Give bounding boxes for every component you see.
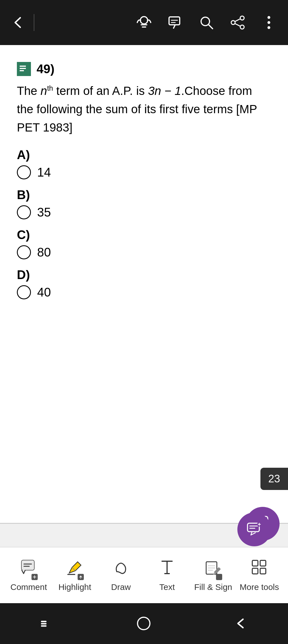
top-bar-right xyxy=(136,15,277,30)
highlight-tool-icon xyxy=(66,559,83,580)
option-b-radio[interactable] xyxy=(17,205,31,219)
svg-point-55 xyxy=(138,617,150,630)
tool-text[interactable]: Text xyxy=(144,559,190,592)
top-bar-left xyxy=(11,14,34,31)
more-button[interactable] xyxy=(261,15,277,30)
nav-menu-button[interactable] xyxy=(40,616,56,631)
svg-point-9 xyxy=(240,16,244,20)
question-icon xyxy=(17,62,31,76)
comment-badge xyxy=(32,574,38,580)
fab-chat-button[interactable] xyxy=(237,512,271,546)
svg-line-13 xyxy=(235,24,240,26)
svg-rect-3 xyxy=(169,17,180,25)
question-header: 49) xyxy=(17,62,271,76)
option-a-label: A) xyxy=(17,148,271,162)
svg-rect-20 xyxy=(20,70,24,71)
option-a-radio[interactable] xyxy=(17,165,31,179)
option-c-radio[interactable] xyxy=(17,245,31,259)
nav-home-button[interactable] xyxy=(136,616,152,631)
draw-tool-icon xyxy=(112,559,129,580)
fill-sign-tool-icon xyxy=(205,559,222,580)
draw-tool-label: Draw xyxy=(111,582,131,592)
option-c-row: 80 xyxy=(17,245,271,259)
svg-rect-18 xyxy=(20,66,26,67)
search-button[interactable] xyxy=(199,15,214,30)
option-c-value: 80 xyxy=(37,245,51,259)
nth-notation: nth xyxy=(40,84,53,97)
svg-rect-49 xyxy=(260,560,266,566)
formula: 3n − 1 xyxy=(148,84,181,97)
reading-mode-button[interactable] xyxy=(136,15,152,30)
option-d-radio[interactable] xyxy=(17,285,31,299)
option-d-row: 40 xyxy=(17,285,271,299)
svg-point-11 xyxy=(240,25,244,29)
option-a-value: 14 xyxy=(37,165,51,179)
option-c-label: C) xyxy=(17,228,271,242)
svg-rect-51 xyxy=(260,568,266,574)
tool-more-tools[interactable]: More tools xyxy=(236,559,282,592)
svg-point-10 xyxy=(231,21,235,24)
question-text-middle: term of an A.P. is xyxy=(53,84,148,97)
top-bar xyxy=(0,0,288,45)
svg-point-14 xyxy=(267,16,270,19)
comment-button[interactable] xyxy=(167,15,183,30)
svg-line-8 xyxy=(208,24,213,29)
question-text-before: The xyxy=(17,84,40,97)
option-b-label: B) xyxy=(17,188,271,202)
svg-point-0 xyxy=(140,17,148,24)
svg-rect-34 xyxy=(22,560,34,570)
svg-rect-50 xyxy=(252,568,258,574)
comment-tool-icon xyxy=(20,559,37,580)
option-d-value: 40 xyxy=(37,285,51,299)
tool-draw[interactable]: Draw xyxy=(98,559,144,592)
fill-sign-badge xyxy=(216,574,222,580)
question-number: 49) xyxy=(37,62,55,76)
more-tools-tool-icon xyxy=(251,559,268,580)
content-area: 49) The nth term of an A.P. is 3n − 1.Ch… xyxy=(0,45,288,524)
option-d-label: D) xyxy=(17,268,271,282)
more-tools-tool-label: More tools xyxy=(240,582,279,592)
back-button[interactable] xyxy=(11,15,25,30)
comment-tool-label: Comment xyxy=(10,582,47,592)
divider xyxy=(34,14,34,31)
nav-bar xyxy=(0,603,288,644)
tool-fill-sign[interactable]: Fill & Sign xyxy=(190,559,236,592)
tool-comment[interactable]: Comment xyxy=(6,559,52,592)
text-tool-icon xyxy=(159,559,176,580)
nav-back-button[interactable] xyxy=(232,616,248,631)
option-b-value: 35 xyxy=(37,205,51,219)
svg-point-15 xyxy=(267,21,270,24)
svg-rect-48 xyxy=(252,560,258,566)
question-text: The nth term of an A.P. is 3n − 1.Choose… xyxy=(17,82,271,137)
option-b-row: 35 xyxy=(17,205,271,219)
svg-line-12 xyxy=(235,19,240,21)
page-badge: 23 xyxy=(260,468,288,490)
text-tool-label: Text xyxy=(159,582,175,592)
highlight-tool-label: Highlight xyxy=(58,582,91,592)
bottom-toolbar: Comment Highlight Draw xyxy=(0,547,288,603)
tool-highlight[interactable]: Highlight xyxy=(52,559,98,592)
svg-point-16 xyxy=(267,26,270,29)
svg-rect-19 xyxy=(20,68,26,69)
option-a-row: 14 xyxy=(17,165,271,179)
highlight-badge xyxy=(78,574,84,580)
fill-sign-tool-label: Fill & Sign xyxy=(194,582,232,592)
share-button[interactable] xyxy=(230,15,246,30)
